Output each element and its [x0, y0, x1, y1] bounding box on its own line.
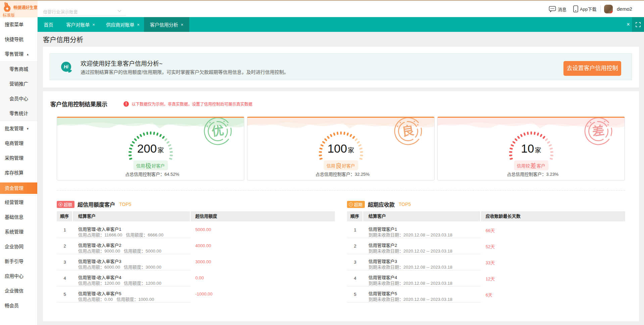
svg-text:良: 良	[401, 123, 415, 139]
svg-text:差: 差	[591, 123, 605, 139]
svg-text:优: 优	[211, 123, 225, 139]
